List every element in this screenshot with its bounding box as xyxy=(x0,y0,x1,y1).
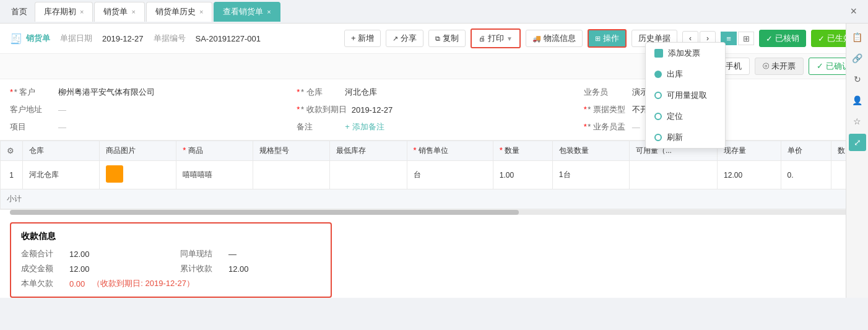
col-spec: 规格型号 xyxy=(253,141,330,161)
not-open-button[interactable]: ⦾ 未开票 xyxy=(755,58,804,75)
due-date-value: 2019-12-27 xyxy=(352,105,393,115)
new-button[interactable]: + 新增 xyxy=(344,30,381,47)
dropdown-locate[interactable]: 定位 xyxy=(646,106,725,127)
payment-section: 收款信息 金额合计 12.00 同单现结 — 成交金额 12.00 累计收款 1… xyxy=(10,222,332,298)
row-min-stock xyxy=(330,161,407,189)
row-pkg-qty: 1台 xyxy=(552,161,629,189)
view-grid-button[interactable]: ⊞ xyxy=(738,32,754,45)
row-available xyxy=(629,161,717,189)
product-image xyxy=(106,165,123,183)
payment-title: 收款信息 xyxy=(21,231,321,242)
operation-button[interactable]: ⊞ 操作 xyxy=(588,29,627,48)
tab-inventory[interactable]: 库存期初 × xyxy=(35,2,93,22)
share-label: 分享 xyxy=(401,33,417,44)
total-label: 金额合计 xyxy=(21,248,64,259)
view-toggle: ≡ ⊞ xyxy=(721,32,754,45)
sidebar-icon-expand[interactable]: ⤢ xyxy=(849,134,866,151)
cumulative-label: 累计收款 xyxy=(180,263,224,274)
logistics-button[interactable]: 🚚 物流信息 xyxy=(526,30,583,47)
available-qty-label: 可用量提取 xyxy=(667,90,707,101)
col-current: 现存量 xyxy=(718,141,781,161)
tab-sales-label: 销货单 xyxy=(103,6,128,17)
col-img: 商品图片 xyxy=(100,141,176,161)
tab-sales[interactable]: 销货单 × xyxy=(94,2,144,22)
tab-inventory-close[interactable]: × xyxy=(80,8,84,15)
row-unit: 台 xyxy=(407,161,493,189)
tab-view-sales[interactable]: 查看销货单 × xyxy=(214,2,280,22)
remark-field: 备注 + 添加备注 xyxy=(297,121,571,132)
scroll-thumb xyxy=(10,210,519,215)
outbound-label: 出库 xyxy=(667,69,683,80)
tab-inventory-label: 库存期初 xyxy=(44,6,76,17)
due-date-field: * * 收款到期日 2019-12-27 xyxy=(297,104,571,115)
owe-label: 本单欠款 xyxy=(21,278,64,289)
sales-label: * * 业务员盂 xyxy=(584,121,627,132)
row-product: 嘻嘻嘻嘻 xyxy=(176,161,253,189)
cumulative-value: 12.00 xyxy=(228,264,249,274)
gear-icon[interactable]: ⚙ xyxy=(7,146,14,155)
tab-sales-history-close[interactable]: × xyxy=(199,8,203,15)
row-index: 1 xyxy=(1,161,23,189)
dropdown-add-invoice[interactable]: 添加发票 xyxy=(646,43,725,64)
main-content: 🧾 销货单 单据日期 2019-12-27 单据编号 SA-20191227-0… xyxy=(0,24,868,298)
print-button[interactable]: 🖨 打印 ▼ xyxy=(472,30,519,46)
customer-value: 柳州粤港平安气体有限公司 xyxy=(58,87,155,98)
address-label: 客户地址 xyxy=(10,104,53,115)
copy-button[interactable]: ⧉ 复制 xyxy=(428,30,466,47)
tab-view-sales-close[interactable]: × xyxy=(267,8,271,15)
same-order-row: 同单现结 — xyxy=(180,248,321,259)
sidebar-icon-user[interactable]: 👤 xyxy=(849,92,866,109)
no-value: SA-20191227-001 xyxy=(196,34,261,43)
tab-home[interactable]: 首页 xyxy=(5,2,33,21)
sidebar-icon-edit[interactable]: 📋 xyxy=(849,28,866,46)
project-label: 项目 xyxy=(10,121,53,132)
col-gear: ⚙ xyxy=(1,141,23,161)
action-bar: 📱 来自手机 ⦾ 未开票 ✓ 已确认 xyxy=(0,54,868,79)
cumulative-row: 累计收款 12.00 xyxy=(180,263,321,274)
dropdown-available-qty[interactable]: 可用量提取 xyxy=(646,85,725,106)
copy-label: 复制 xyxy=(443,33,459,44)
row-qty: 1.00 xyxy=(493,161,552,189)
address-value: — xyxy=(58,105,66,115)
toolbar: + 新增 ↗ 分享 ⧉ 复制 🖨 打印 ▼ xyxy=(344,28,858,48)
sidebar-icon-refresh[interactable]: ↻ xyxy=(849,71,866,88)
tab-sales-history[interactable]: 销货单历史 × xyxy=(146,2,212,22)
warehouse-label: * * 仓库 xyxy=(297,87,340,98)
col-pkg-qty: 包装数量 xyxy=(552,141,629,161)
add-invoice-icon xyxy=(654,49,663,58)
share-button[interactable]: ↗ 分享 xyxy=(386,30,423,47)
doc-title: 🧾 销货单 xyxy=(10,33,50,45)
deal-amount-value: 12.00 xyxy=(69,264,90,274)
total-value: 12.00 xyxy=(69,250,90,259)
sidebar-icon-star[interactable]: ☆ xyxy=(849,113,866,130)
total-amount-row: 金额合计 12.00 xyxy=(21,248,162,259)
tab-view-sales-label: 查看销货单 xyxy=(223,6,263,17)
subtotal-label: 小计 xyxy=(1,189,868,209)
col-min-stock: 最低库存 xyxy=(330,141,407,161)
doc-header: 🧾 销货单 单据日期 2019-12-27 单据编号 SA-20191227-0… xyxy=(0,24,868,54)
remark-label: 备注 xyxy=(297,121,340,132)
col-qty: * 数量 xyxy=(493,141,552,161)
dropdown-refresh[interactable]: 刷新 xyxy=(646,127,725,148)
due-date-label: * * 收款到期日 xyxy=(297,104,346,115)
project-field: 项目 — xyxy=(10,121,284,132)
sold-button[interactable]: ✓ 已核销 xyxy=(759,30,806,47)
page-close-button[interactable]: × xyxy=(844,5,863,18)
dropdown-menu: 添加发票 出库 可用量提取 定位 刷新 xyxy=(645,42,726,149)
date-label: 单据日期 xyxy=(60,33,92,44)
confirm-label: ✓ 已确认 xyxy=(817,61,850,72)
dropdown-outbound[interactable]: 出库 xyxy=(646,64,725,85)
scroll-bar[interactable] xyxy=(10,210,858,215)
table-wrapper: ⚙ 仓库 商品图片 * 商品 规格型号 最低库存 * 销售单位 * 数量 包装数… xyxy=(0,141,868,210)
tab-sales-close[interactable]: × xyxy=(131,8,135,15)
remark-add[interactable]: + 添加备注 xyxy=(345,121,384,132)
project-value: — xyxy=(58,123,66,132)
print-highlight: 🖨 打印 ▼ xyxy=(471,28,521,48)
refresh-label: 刷新 xyxy=(667,132,683,143)
page-container: 首页 库存期初 × 销货单 × 销货单历史 × 查看销货单 × × 🧾 销货单 xyxy=(0,0,868,298)
home-tab-label: 首页 xyxy=(11,7,27,16)
data-table: ⚙ 仓库 商品图片 * 商品 规格型号 最低库存 * 销售单位 * 数量 包装数… xyxy=(0,141,868,209)
tab-sales-history-label: 销货单历史 xyxy=(155,6,196,17)
add-invoice-label: 添加发票 xyxy=(668,48,700,59)
sidebar-icon-link[interactable]: 🔗 xyxy=(849,50,866,67)
